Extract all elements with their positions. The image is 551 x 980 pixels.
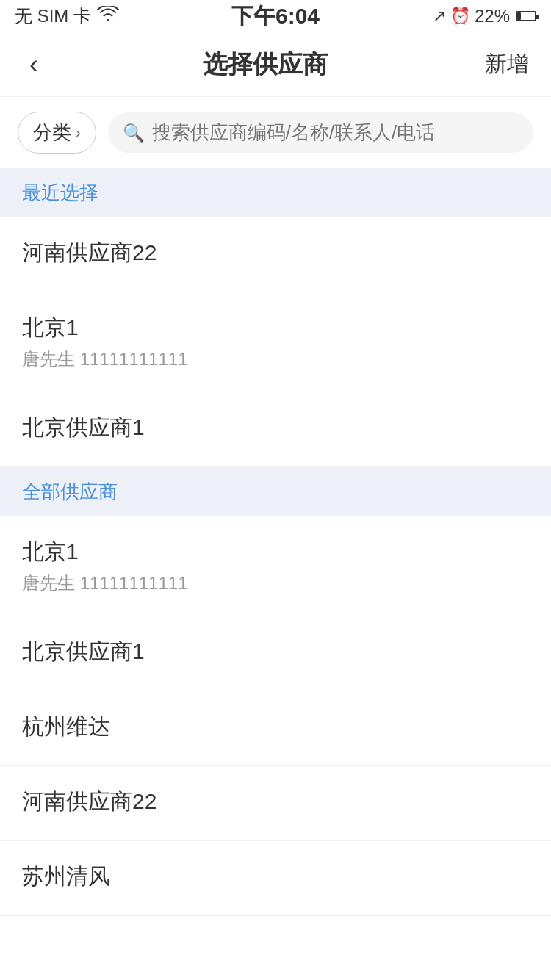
status-bar: 无 SIM 卡 下午6:04 ↗ ⏰ 22%	[0, 0, 551, 32]
status-right: ↗ ⏰ 22%	[433, 6, 536, 26]
list-item[interactable]: 河南供应商22	[0, 217, 551, 292]
category-label: 分类	[33, 120, 71, 145]
item-name: 北京供应商1	[22, 637, 529, 667]
item-sub: 唐先生 11111111111	[22, 572, 529, 595]
nav-bar: ‹ 选择供应商 新增	[0, 32, 551, 97]
all-section-label: 全部供应商	[22, 480, 118, 502]
chevron-icon: ›	[76, 124, 81, 141]
status-left: 无 SIM 卡	[15, 4, 119, 28]
status-time: 下午6:04	[231, 1, 320, 32]
list-item[interactable]: 苏州清风	[0, 841, 551, 916]
item-name: 苏州清风	[22, 862, 529, 892]
recent-section-header: 最近选择	[0, 168, 551, 217]
all-section-header: 全部供应商	[0, 467, 551, 516]
category-button[interactable]: 分类 ›	[18, 112, 96, 154]
wifi-icon	[97, 6, 119, 26]
list-item[interactable]: 北京1唐先生 11111111111	[0, 292, 551, 392]
item-name: 河南供应商22	[22, 238, 529, 268]
list-item[interactable]: 北京1唐先生 11111111111	[0, 516, 551, 616]
list-item[interactable]: 杭州维达	[0, 691, 551, 766]
item-name: 北京1	[22, 537, 529, 567]
item-name: 北京供应商1	[22, 413, 529, 443]
all-list: 北京1唐先生 11111111111北京供应商1杭州维达河南供应商22苏州清风	[0, 516, 551, 916]
carrier-text: 无 SIM 卡	[15, 4, 91, 28]
item-name: 杭州维达	[22, 712, 529, 742]
battery-percent: 22%	[475, 6, 510, 26]
back-button[interactable]: ‹	[22, 42, 46, 87]
page-title: 选择供应商	[203, 48, 328, 82]
recent-section-label: 最近选择	[22, 181, 98, 203]
alarm-icon: ⏰	[450, 7, 470, 26]
add-button[interactable]: 新增	[485, 49, 529, 79]
item-name: 北京1	[22, 313, 529, 343]
list-item[interactable]: 河南供应商22	[0, 766, 551, 841]
search-icon: 🔍	[123, 123, 145, 143]
item-sub: 唐先生 11111111111	[22, 347, 529, 371]
location-icon: ↗	[433, 7, 446, 26]
battery-icon	[516, 11, 536, 21]
filter-bar: 分类 › 🔍	[0, 97, 551, 168]
list-item[interactable]: 北京供应商1	[0, 392, 551, 467]
item-name: 河南供应商22	[22, 787, 529, 817]
list-item[interactable]: 北京供应商1	[0, 616, 551, 691]
recent-list: 河南供应商22北京1唐先生 11111111111北京供应商1	[0, 217, 551, 467]
search-box: 🔍	[108, 112, 533, 153]
search-input[interactable]	[152, 121, 519, 144]
